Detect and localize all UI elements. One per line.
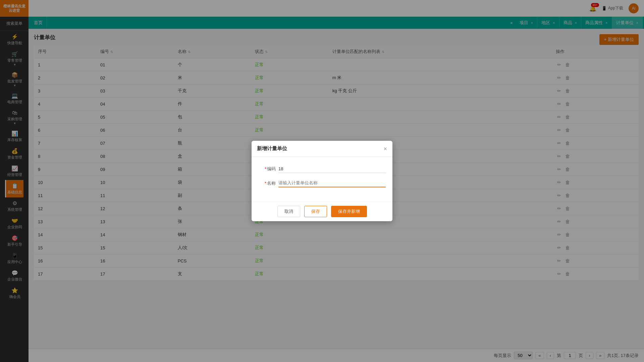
modal-footer: 取消 保存 保存并新增 xyxy=(252,201,392,221)
code-input[interactable] xyxy=(278,165,386,173)
modal-header: 新增计量单位 × xyxy=(252,141,392,157)
save-button[interactable]: 保存 xyxy=(304,206,327,217)
modal-body: *编码 *名称 xyxy=(252,157,392,201)
modal-title: 新增计量单位 xyxy=(257,145,287,152)
add-unit-modal: 新增计量单位 × *编码 *名称 取消 保存 保存并新增 xyxy=(252,141,392,221)
name-required-mark: * xyxy=(265,181,266,186)
name-input[interactable] xyxy=(278,179,386,187)
save-and-new-button[interactable]: 保存并新增 xyxy=(331,206,367,217)
cancel-button[interactable]: 取消 xyxy=(277,206,300,217)
code-form-row: *编码 xyxy=(258,165,386,173)
code-required-mark: * xyxy=(265,166,266,171)
name-form-row: *名称 xyxy=(258,179,386,187)
name-label: *名称 xyxy=(258,180,278,186)
code-label: *编码 xyxy=(258,166,278,172)
modal-overlay[interactable]: 新增计量单位 × *编码 *名称 取消 保存 保存并新增 xyxy=(0,0,644,362)
modal-close-btn[interactable]: × xyxy=(383,146,387,152)
